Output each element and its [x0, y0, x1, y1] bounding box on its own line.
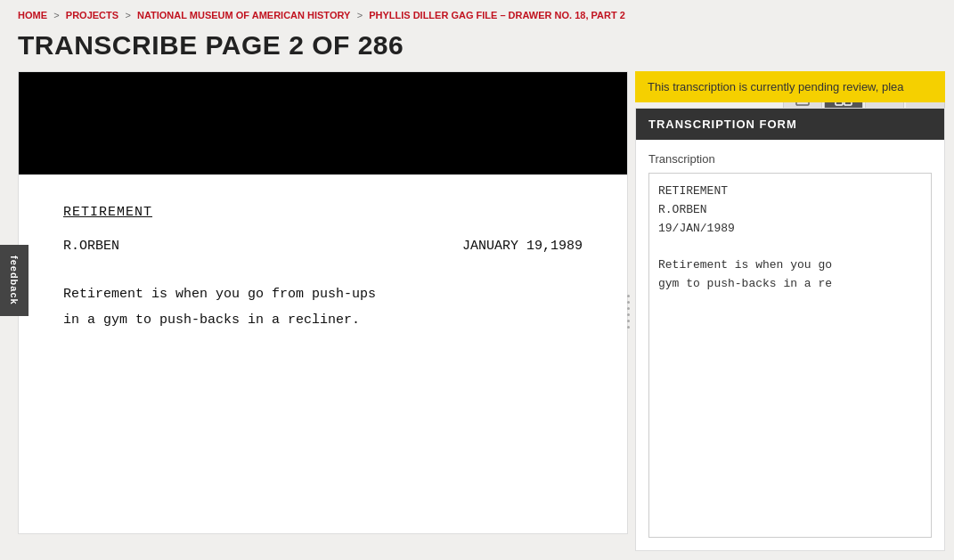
right-panel: This transcription is currently pending … — [628, 71, 945, 551]
transcription-form: TRANSCRIPTION FORM Transcription — [635, 108, 945, 551]
breadcrumb-home[interactable]: HOME — [18, 10, 47, 20]
feedback-button[interactable]: feedback — [0, 245, 29, 316]
doc-line2: in a gym to push-backs in a recliner. — [63, 308, 583, 334]
doc-author: R.ORBEN — [63, 235, 119, 258]
breadcrumb-sep3: > — [357, 10, 365, 20]
doc-meta: R.ORBEN JANUARY 19,1989 — [63, 235, 583, 258]
breadcrumb-museum[interactable]: NATIONAL MUSEUM OF AMERICAN HISTORY — [137, 10, 350, 20]
doc-body: Retirement is when you go from push-ups … — [63, 282, 583, 333]
doc-date: JANUARY 19,1989 — [462, 235, 583, 258]
doc-viewer-container: RETIREMENT R.ORBEN JANUARY 19,1989 Retir… — [18, 71, 628, 551]
doc-content: RETIREMENT R.ORBEN JANUARY 19,1989 Retir… — [19, 174, 627, 351]
doc-title: RETIREMENT — [63, 201, 583, 224]
breadcrumb-collection: PHYLLIS DILLER GAG FILE – DRAWER NO. 18,… — [369, 10, 625, 20]
breadcrumb-sep1: > — [53, 10, 61, 20]
breadcrumb: HOME > PROJECTS > NATIONAL MUSEUM OF AME… — [0, 0, 954, 27]
form-body: Transcription — [636, 140, 944, 550]
form-header: TRANSCRIPTION FORM — [636, 109, 944, 140]
breadcrumb-projects[interactable]: PROJECTS — [66, 10, 118, 20]
doc-image-black — [19, 72, 627, 174]
doc-line1: Retirement is when you go from push-ups — [63, 282, 583, 308]
breadcrumb-sep2: > — [125, 10, 133, 20]
doc-panel: RETIREMENT R.ORBEN JANUARY 19,1989 Retir… — [18, 71, 628, 534]
main-layout: RETIREMENT R.ORBEN JANUARY 19,1989 Retir… — [0, 71, 954, 551]
pending-review-banner: This transcription is currently pending … — [635, 71, 945, 102]
page-title: TRANSCRIBE PAGE 2 OF 286 — [0, 27, 954, 71]
form-label: Transcription — [648, 152, 932, 166]
transcription-textarea[interactable] — [648, 173, 932, 538]
